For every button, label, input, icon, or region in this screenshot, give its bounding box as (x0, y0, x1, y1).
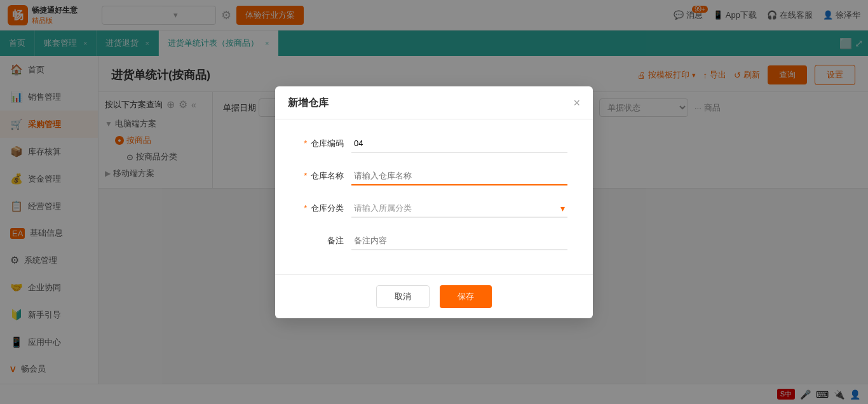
dialog-body: * 仓库编码 * 仓库名称 * 仓库分类 (275, 119, 593, 274)
dialog-title: 新增仓库 (288, 97, 329, 110)
warehouse-code-input[interactable] (351, 135, 567, 153)
save-button[interactable]: 保存 (440, 285, 492, 308)
category-required: * (304, 203, 307, 213)
remark-label: 备注 (301, 235, 351, 246)
cancel-button[interactable]: 取消 (376, 285, 430, 308)
dialog-overlay: 新增仓库 × * 仓库编码 * 仓库名称 (0, 0, 868, 404)
name-label-text: 仓库名称 (311, 171, 344, 180)
warehouse-category-select[interactable]: 请输入所属分类 (351, 199, 567, 218)
new-warehouse-dialog: 新增仓库 × * 仓库编码 * 仓库名称 (275, 86, 593, 318)
dialog-header: 新增仓库 × (275, 86, 593, 119)
name-label: * 仓库名称 (301, 170, 351, 182)
form-row-name: * 仓库名称 (301, 167, 567, 185)
category-select-wrap: 请输入所属分类 ▾ (351, 199, 567, 218)
form-row-category: * 仓库分类 请输入所属分类 ▾ (301, 199, 567, 218)
form-row-remark: 备注 (301, 232, 567, 250)
code-label: * 仓库编码 (301, 138, 351, 149)
warehouse-name-input[interactable] (351, 167, 567, 185)
category-label: * 仓库分类 (301, 203, 351, 214)
remark-input[interactable] (351, 232, 567, 250)
category-label-text: 仓库分类 (311, 203, 344, 213)
remark-label-text: 备注 (327, 236, 344, 245)
name-required: * (304, 171, 307, 180)
code-required: * (304, 138, 307, 148)
dialog-footer: 取消 保存 (275, 274, 593, 318)
dialog-close-button[interactable]: × (573, 97, 580, 110)
code-label-text: 仓库编码 (311, 138, 344, 148)
form-row-code: * 仓库编码 (301, 135, 567, 153)
